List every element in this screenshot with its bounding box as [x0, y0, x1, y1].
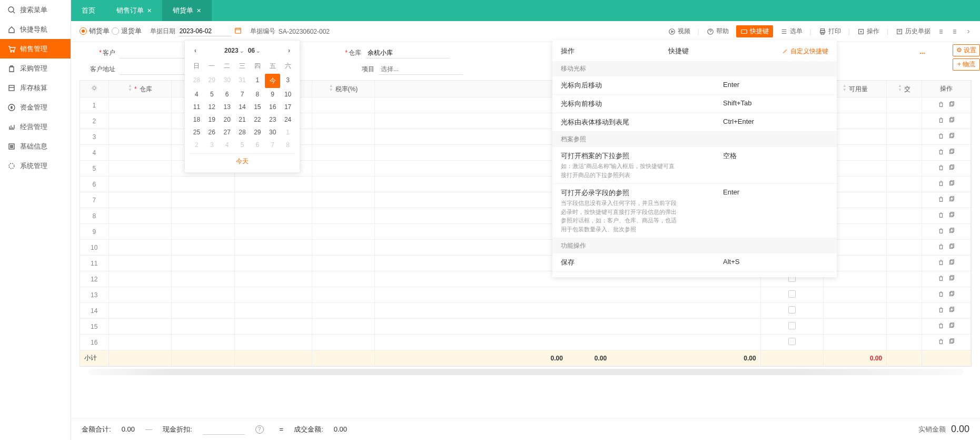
- sidebar-item-7[interactable]: 基础信息: [0, 136, 71, 156]
- calendar-day[interactable]: 29: [250, 126, 265, 139]
- cell-deliver[interactable]: [887, 113, 922, 129]
- tab-1[interactable]: 销售订单✕: [106, 0, 162, 21]
- calendar-day[interactable]: 8: [250, 88, 265, 101]
- cell-spec[interactable]: [235, 240, 312, 256]
- cell-barcode[interactable]: [172, 224, 235, 240]
- calendar-today-button[interactable]: 今天: [189, 153, 295, 167]
- cell-barcode[interactable]: [172, 177, 235, 192]
- table-row[interactable]: 15: [80, 319, 971, 335]
- cell-amount[interactable]: [375, 319, 760, 335]
- calendar-day[interactable]: 12: [204, 101, 220, 113]
- delete-icon[interactable]: [937, 116, 945, 124]
- cell-barcode[interactable]: [172, 240, 235, 256]
- delete-icon[interactable]: [937, 259, 945, 266]
- copy-icon[interactable]: [948, 132, 955, 140]
- sidebar-item-2[interactable]: 销售管理: [0, 39, 71, 58]
- toolbar-print[interactable]: 打印: [819, 27, 841, 36]
- gear-icon[interactable]: [91, 84, 98, 92]
- cell-warehouse[interactable]: [109, 161, 172, 177]
- cell-deliver[interactable]: [887, 224, 922, 240]
- calendar-day[interactable]: 24: [280, 113, 295, 126]
- sidebar-item-0[interactable]: 搜索菜单: [0, 0, 71, 19]
- cell-tax[interactable]: [312, 97, 375, 113]
- delete-icon[interactable]: [937, 290, 945, 298]
- cell-deliver[interactable]: [887, 319, 922, 335]
- copy-icon[interactable]: [948, 290, 955, 298]
- cell-tax[interactable]: [312, 271, 375, 287]
- cell-tax[interactable]: [312, 240, 375, 256]
- delete-icon[interactable]: [937, 164, 945, 171]
- calendar-day[interactable]: 3: [280, 74, 295, 88]
- calendar-day[interactable]: 6: [250, 139, 265, 151]
- doc-type-radio-0[interactable]: 销货单: [80, 26, 110, 36]
- close-icon[interactable]: ✕: [196, 7, 201, 14]
- cell-tax[interactable]: [312, 113, 375, 129]
- cell-spec[interactable]: [235, 271, 312, 287]
- cell-deliver[interactable]: [887, 97, 922, 113]
- table-row[interactable]: 10: [80, 240, 971, 256]
- cell-spec[interactable]: [235, 224, 312, 240]
- calendar-year[interactable]: 2023: [224, 47, 244, 54]
- sidebar-item-6[interactable]: 经营管理: [0, 117, 71, 136]
- toolbar-help[interactable]: 帮助: [707, 27, 729, 36]
- cell-barcode[interactable]: [172, 319, 235, 335]
- calendar-icon[interactable]: [234, 27, 242, 36]
- calendar-day[interactable]: 6: [220, 88, 235, 101]
- gift-checkbox[interactable]: [788, 322, 796, 329]
- warehouse-input[interactable]: [365, 47, 450, 58]
- sidebar-item-1[interactable]: 快捷导航: [0, 19, 71, 39]
- calendar-day[interactable]: 11: [189, 101, 204, 113]
- table-row[interactable]: 14: [80, 303, 971, 319]
- delete-icon[interactable]: [937, 211, 945, 219]
- cell-avail[interactable]: [824, 287, 887, 303]
- cell-deliver[interactable]: [887, 145, 922, 161]
- cell-deliver[interactable]: [887, 256, 922, 271]
- calendar-day[interactable]: 1: [250, 74, 265, 88]
- cell-warehouse[interactable]: [109, 113, 172, 129]
- calendar-day[interactable]: 8: [280, 139, 295, 151]
- table-row[interactable]: 9: [80, 224, 971, 240]
- cell-amount[interactable]: [375, 303, 760, 319]
- cell-tax[interactable]: [312, 161, 375, 177]
- cell-deliver[interactable]: [887, 287, 922, 303]
- calendar-day[interactable]: 5: [235, 139, 250, 151]
- cell-barcode[interactable]: [172, 335, 235, 350]
- col-ops[interactable]: 操作: [922, 81, 971, 97]
- cell-tax[interactable]: [312, 177, 375, 192]
- col-warehouse[interactable]: ▲▼* 仓库: [109, 81, 172, 97]
- cell-barcode[interactable]: [172, 271, 235, 287]
- calendar-day[interactable]: 29: [204, 74, 220, 88]
- copy-icon[interactable]: [948, 116, 955, 124]
- copy-icon[interactable]: [948, 195, 955, 203]
- delete-icon[interactable]: [937, 195, 945, 203]
- toolbar-chevron-icon[interactable]: [938, 28, 944, 35]
- cell-tax[interactable]: [312, 335, 375, 350]
- copy-icon[interactable]: [948, 227, 955, 234]
- calendar-day[interactable]: 7: [265, 139, 280, 151]
- settings-button[interactable]: ⚙ 设置: [953, 44, 980, 56]
- copy-icon[interactable]: [948, 211, 955, 219]
- gift-checkbox[interactable]: [788, 290, 796, 298]
- table-row[interactable]: 8: [80, 208, 971, 224]
- form-more-icon[interactable]: ···: [919, 49, 925, 57]
- copy-icon[interactable]: [948, 259, 955, 266]
- cell-barcode[interactable]: [172, 303, 235, 319]
- calendar-day[interactable]: 25: [189, 126, 204, 139]
- calendar-day[interactable]: 22: [250, 113, 265, 126]
- cell-warehouse[interactable]: [109, 287, 172, 303]
- cell-deliver[interactable]: [887, 271, 922, 287]
- toolbar-act[interactable]: 操作: [857, 27, 879, 36]
- cell-tax[interactable]: [312, 145, 375, 161]
- toolbar-history[interactable]: 历史单据: [896, 27, 930, 36]
- copy-icon[interactable]: [948, 101, 955, 108]
- calendar-next-icon[interactable]: ›: [285, 46, 293, 55]
- cell-tax[interactable]: [312, 303, 375, 319]
- calendar-prev-icon[interactable]: ‹: [191, 46, 200, 55]
- table-row[interactable]: 11: [80, 256, 971, 271]
- cell-deliver[interactable]: [887, 240, 922, 256]
- cell-warehouse[interactable]: [109, 335, 172, 350]
- cell-warehouse[interactable]: [109, 319, 172, 335]
- table-row[interactable]: 16: [80, 335, 971, 350]
- calendar-day[interactable]: 4: [220, 139, 235, 151]
- calendar-day[interactable]: 20: [220, 113, 235, 126]
